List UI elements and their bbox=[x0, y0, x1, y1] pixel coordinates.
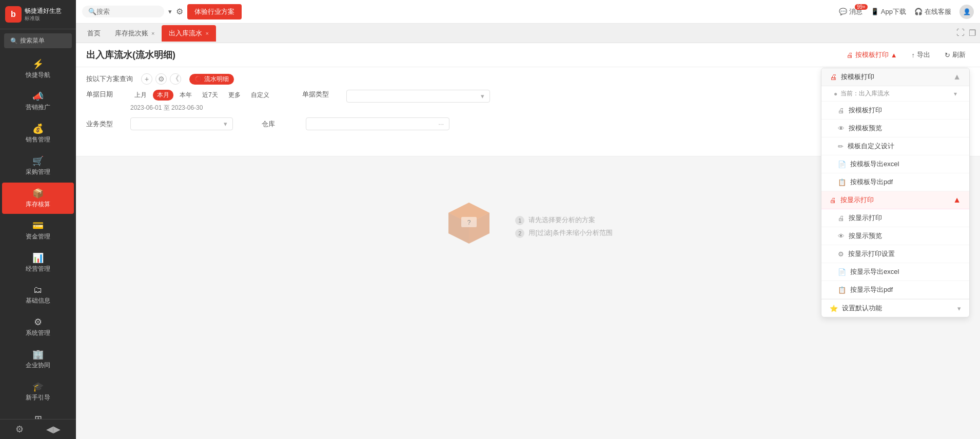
print-template-btn[interactable]: 🖨 按模板打印 ▲ bbox=[842, 48, 901, 62]
sidebar-search[interactable]: 🔍 搜索菜单 bbox=[4, 33, 72, 48]
sidebar-item-apps[interactable]: ⊞ 应用中心 bbox=[2, 408, 74, 419]
page-title: 出入库流水(流水明细) bbox=[86, 49, 175, 61]
filter-collapse-btn[interactable]: 《 bbox=[170, 73, 181, 85]
export-btn[interactable]: ↑ 导出 bbox=[908, 48, 935, 62]
restore-icon[interactable]: ❐ bbox=[969, 28, 976, 38]
sidebar-item-purchase[interactable]: 🛒 采购管理 bbox=[2, 150, 74, 182]
chevron-down-icon: ▾ bbox=[168, 8, 172, 15]
template-print-item[interactable]: 🖨 按模板打印 bbox=[821, 102, 969, 119]
excel-icon: 📄 bbox=[838, 161, 846, 168]
doc-type-select[interactable]: ▾ bbox=[346, 90, 490, 103]
close-tab-flow[interactable]: × bbox=[205, 30, 208, 36]
logo-text: 畅捷通好生意 标准版 bbox=[25, 7, 62, 22]
date-this-month[interactable]: 本月 bbox=[153, 90, 173, 101]
tab-flow[interactable]: 出入库流水 × bbox=[162, 25, 215, 42]
sidebar: b 畅捷通好生意 标准版 🔍 搜索菜单 ⚡ 快捷导航 📣 营销推广 💰 销售管理… bbox=[0, 0, 76, 439]
collapse-sidebar-icon[interactable]: ◀▶ bbox=[46, 424, 61, 435]
filter-settings-btn[interactable]: ⚙ bbox=[155, 73, 167, 85]
sidebar-item-finance[interactable]: 💳 资金管理 bbox=[2, 215, 74, 246]
message-icon: 💬 bbox=[839, 8, 847, 15]
sidebar-item-basic[interactable]: 🗂 基础信息 bbox=[2, 280, 74, 310]
sidebar-item-label: 企业协同 bbox=[26, 361, 50, 370]
pdf-display-icon: 📋 bbox=[838, 286, 846, 294]
sidebar-item-system[interactable]: ⚙ 系统管理 bbox=[2, 311, 74, 343]
settings-bottom-icon[interactable]: ⚙ bbox=[15, 424, 24, 435]
close-tab-batch[interactable]: × bbox=[151, 30, 154, 36]
date-custom[interactable]: 自定义 bbox=[247, 90, 273, 101]
page-header: 出入库流水(流水明细) 🖨 按模板打印 ▲ ↑ 导出 ↻ 刷新 bbox=[76, 43, 980, 67]
chevron-up-icon: ▲ bbox=[953, 72, 961, 82]
template-print-section-header[interactable]: 🖨 按模板打印 ▲ bbox=[821, 68, 969, 86]
search-icon: 🔍 bbox=[10, 37, 18, 45]
sidebar-item-guide[interactable]: 🎓 新手引导 bbox=[2, 376, 74, 407]
sidebar-bottom: ⚙ ◀▶ bbox=[0, 419, 76, 439]
topbar-gear-btn[interactable]: ⚙ bbox=[176, 7, 183, 16]
sidebar-item-label: 采购管理 bbox=[26, 168, 50, 176]
inventory-icon: 📦 bbox=[32, 188, 44, 199]
filter-tag[interactable]: ⭕ 流水明细 bbox=[189, 74, 234, 85]
message-btn[interactable]: 💬 消息 99+ bbox=[839, 7, 863, 16]
sidebar-item-label: 营销推广 bbox=[26, 103, 50, 112]
topbar-search-icon: 🔍 bbox=[88, 8, 96, 15]
display-print-section-header[interactable]: 🖨 按显示打印 ▲ bbox=[821, 191, 969, 209]
purchase-icon: 🛒 bbox=[32, 155, 44, 167]
sidebar-item-enterprise[interactable]: 🏢 企业协同 bbox=[2, 344, 74, 375]
svg-text:?: ? bbox=[467, 219, 471, 226]
template-export-pdf-item[interactable]: 📋 按模板导出pdf bbox=[821, 173, 969, 191]
date-last7[interactable]: 近7天 bbox=[198, 90, 222, 101]
print-icon: 🖨 bbox=[847, 51, 853, 59]
template-export-excel-item[interactable]: 📄 按模板导出excel bbox=[821, 155, 969, 173]
tabbar-right-actions: ⛶ ❐ bbox=[956, 28, 976, 38]
topbar-dropdown[interactable]: ▾ bbox=[168, 8, 172, 15]
maximize-icon[interactable]: ⛶ bbox=[956, 28, 965, 38]
filter-add-btn[interactable]: + bbox=[141, 73, 152, 85]
set-default-btn[interactable]: ⭐ 设置默认功能 ▾ bbox=[821, 299, 969, 317]
date-prev-month[interactable]: 上月 bbox=[130, 90, 151, 101]
user-avatar-placeholder: 👤 bbox=[963, 8, 971, 15]
topbar: 🔍 ▾ ⚙ 体验行业方案 💬 消息 99+ 📱 App下载 🎧 在线客服 bbox=[76, 0, 980, 24]
quick-icon: ⚡ bbox=[32, 58, 44, 70]
refresh-btn[interactable]: ↻ 刷新 bbox=[940, 48, 970, 62]
sidebar-item-sales[interactable]: 💰 销售管理 bbox=[2, 118, 74, 149]
avatar[interactable]: 👤 bbox=[959, 5, 974, 19]
display-export-pdf-item[interactable]: 📋 按显示导出pdf bbox=[821, 281, 969, 299]
page-content: 出入库流水(流水明细) 🖨 按模板打印 ▲ ↑ 导出 ↻ 刷新 bbox=[76, 43, 980, 439]
warehouse-select[interactable]: ··· bbox=[306, 117, 449, 130]
topbar-search-box[interactable]: 🔍 bbox=[82, 6, 164, 17]
headset-icon: 🎧 bbox=[914, 8, 923, 15]
date-this-year[interactable]: 本年 bbox=[175, 90, 196, 101]
display-export-excel-item[interactable]: 📄 按显示导出excel bbox=[821, 263, 969, 281]
star-icon: ⭐ bbox=[830, 305, 838, 312]
sidebar-item-inventory[interactable]: 📦 库存核算 bbox=[2, 183, 74, 214]
sidebar-item-label: 库存核算 bbox=[26, 200, 50, 209]
main-area: 🔍 ▾ ⚙ 体验行业方案 💬 消息 99+ 📱 App下载 🎧 在线客服 bbox=[76, 0, 980, 439]
app-download-btn[interactable]: 📱 App下载 bbox=[871, 7, 906, 16]
system-icon: ⚙ bbox=[34, 316, 42, 328]
sidebar-item-label: 新手引导 bbox=[26, 393, 50, 402]
operations-icon: 📊 bbox=[32, 252, 44, 264]
trial-btn[interactable]: 体验行业方案 bbox=[187, 4, 242, 19]
tab-home[interactable]: 首页 bbox=[80, 25, 108, 42]
guide-icon: 🎓 bbox=[32, 381, 44, 392]
sidebar-item-operations[interactable]: 📊 经营管理 bbox=[2, 247, 74, 278]
customer-service-btn[interactable]: 🎧 在线客服 bbox=[914, 7, 951, 16]
date-options: 上月 本月 本年 近7天 更多 自定义 bbox=[130, 90, 273, 101]
business-type-select[interactable]: ▾ bbox=[130, 117, 233, 130]
sidebar-item-quick[interactable]: ⚡ 快捷导航 bbox=[2, 53, 74, 85]
display-print-item[interactable]: 🖨 按显示打印 bbox=[821, 209, 969, 227]
display-print-settings-item[interactable]: ⚙ 按显示打印设置 bbox=[821, 245, 969, 263]
preview-icon: 👁 bbox=[838, 125, 845, 132]
template-preview-item[interactable]: 👁 按模板预览 bbox=[821, 119, 969, 137]
filter-tag-icon: ⭕ bbox=[194, 75, 202, 83]
chevron-down-icon: ▾ bbox=[957, 305, 961, 312]
design-icon: ✏ bbox=[838, 143, 844, 150]
date-more[interactable]: 更多 bbox=[224, 90, 245, 101]
tab-batch[interactable]: 库存批次账 × bbox=[108, 25, 162, 42]
search-input[interactable] bbox=[96, 8, 158, 15]
display-preview-item[interactable]: 👁 按显示预览 bbox=[821, 227, 969, 245]
excel-display-icon: 📄 bbox=[838, 268, 846, 276]
sidebar-item-marketing[interactable]: 📣 营销推广 bbox=[2, 86, 74, 117]
chevron-down-icon: ▾ bbox=[224, 120, 227, 128]
page-header-actions: 🖨 按模板打印 ▲ ↑ 导出 ↻ 刷新 bbox=[842, 48, 970, 62]
template-custom-item[interactable]: ✏ 模板自定义设计 bbox=[821, 137, 969, 155]
